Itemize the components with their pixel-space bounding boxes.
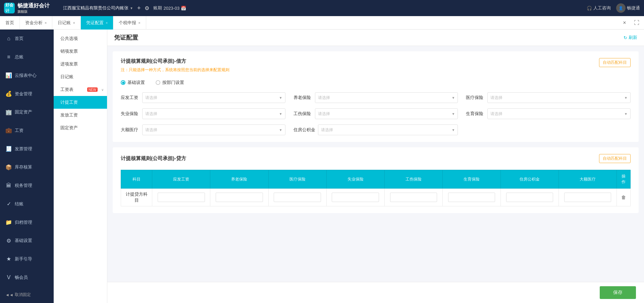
sidebar-item-fund-mgmt[interactable]: 💰 资金管理 — [0, 85, 54, 103]
inventory-icon: 📦 — [5, 164, 12, 170]
pension-input[interactable] — [216, 193, 263, 202]
th-housing-fund: 住房公积金 — [500, 170, 558, 189]
tab-journal[interactable]: 日记账 × — [52, 16, 80, 30]
tab-expand-btn[interactable]: ⛶ — [632, 18, 641, 28]
credit-auto-match-button[interactable]: 自动匹配科目 — [599, 154, 631, 163]
sidebar-item-archive[interactable]: 📁 归档管理 — [0, 213, 54, 232]
delete-row-button[interactable]: 🗑 — [621, 195, 626, 200]
injury-select[interactable]: 请选择 ▼ — [315, 108, 458, 119]
th-operation: 操作 — [617, 170, 631, 189]
medical-select[interactable]: 请选择 ▼ — [487, 92, 631, 103]
sidebar-item-vip-label: 畅会员 — [15, 274, 28, 281]
maternity-input[interactable] — [448, 193, 495, 202]
calendar-icon[interactable]: 📅 — [181, 6, 186, 11]
debit-form-grid: 应发工资 请选择 ▼ 养老保险 请选择 ▼ 医疗 — [121, 92, 631, 135]
maternity-arrow-icon: ▼ — [624, 112, 628, 116]
sidebar-item-settlement[interactable]: ✓ 结账 — [0, 195, 54, 213]
tab-voucher-config-label: 凭证配置 — [86, 20, 104, 26]
sidebar-item-fixed-assets[interactable]: 🏢 固定资产 — [0, 103, 54, 121]
radio-dept-circle — [156, 80, 160, 85]
th-large-medical: 大额医疗 — [559, 170, 617, 189]
gross-salary-select[interactable]: 请选择 ▼ — [142, 92, 285, 103]
sidebar-item-reports[interactable]: 📊 云报表中心 — [0, 66, 54, 85]
sidebar-item-payroll[interactable]: 💼 工资 — [0, 121, 54, 140]
sub-nav-accrual-payroll[interactable]: 计提工资 — [54, 96, 107, 109]
cancel-fixed-arrow-icon: ◄◄ — [5, 293, 13, 297]
sub-nav: 公共选项 销项发票 进项发票 日记账 工资表 NEW ∨ 计提工资 发放工资 固… — [54, 30, 107, 303]
housing-fund-select[interactable]: 请选择 ▼ — [318, 124, 458, 135]
service-button[interactable]: 🎧 人工咨询 — [587, 5, 611, 11]
sub-nav-release-payroll[interactable]: 发放工资 — [54, 109, 107, 121]
tab-journal-close[interactable]: × — [73, 21, 75, 25]
housing-fund-input[interactable] — [506, 193, 553, 202]
sub-nav-sales-invoice[interactable]: 销项发票 — [54, 45, 107, 58]
sub-nav-fixed-assets[interactable]: 固定资产 — [54, 121, 107, 134]
sidebar-item-fund-label: 资金管理 — [15, 91, 32, 97]
tab-tax-report[interactable]: 个税申报 × — [113, 16, 146, 30]
invoice-icon: 🧾 — [5, 146, 12, 152]
tab-voucher-config-close[interactable]: × — [106, 21, 108, 25]
sidebar-item-tax-mgmt[interactable]: 🏛 税务管理 — [0, 176, 54, 195]
radio-dept-settings[interactable]: 按部门设置 — [156, 80, 184, 86]
sub-nav-expand-icon: ∨ — [101, 88, 104, 92]
large-medical-select[interactable]: 请选择 ▼ — [142, 124, 285, 135]
radio-basic-label: 基础设置 — [127, 80, 145, 86]
sidebar-item-vip[interactable]: V 畅会员 — [0, 268, 54, 287]
sidebar-item-inventory[interactable]: 📦 库存核算 — [0, 158, 54, 176]
td-injury-input — [384, 189, 442, 206]
gross-salary-placeholder: 请选择 — [145, 95, 157, 101]
app-logo-icon: 好会计 — [4, 3, 15, 13]
save-button[interactable]: 保存 — [600, 286, 636, 299]
add-account-icon[interactable]: + — [137, 5, 141, 12]
refresh-button[interactable]: ↻ 刷新 — [624, 35, 637, 41]
sub-nav-purchase-invoice[interactable]: 进项发票 — [54, 58, 107, 70]
tab-fund-analysis[interactable]: 资金分析 × — [20, 16, 52, 30]
tab-close-btn[interactable]: × — [620, 18, 629, 28]
unemployment-select[interactable]: 请选择 ▼ — [142, 108, 285, 119]
sub-nav-payroll-table[interactable]: 工资表 NEW ∨ — [54, 83, 107, 96]
home-icon: ⌂ — [5, 35, 12, 42]
sub-nav-public-options[interactable]: 公共选项 — [54, 32, 107, 45]
app-version: 旗舰版 — [17, 9, 50, 14]
tab-home[interactable]: 首页 — [0, 16, 20, 30]
th-pension: 养老保险 — [210, 170, 268, 189]
company-dropdown-icon: ▼ — [130, 6, 133, 10]
company-selector[interactable]: 江西服宝精品有限责任公司内账张 ▼ — [63, 5, 133, 11]
medical-arrow-icon: ▼ — [624, 96, 628, 100]
sub-nav-journal[interactable]: 日记账 — [54, 70, 107, 83]
content-scroll: 计提核算规则(公司承担)-借方 注：只能选择一种方式，系统将按照您当前的选择来配… — [107, 46, 644, 282]
sidebar-item-home[interactable]: ⌂ 首页 — [0, 30, 54, 48]
radio-dept-label: 按部门设置 — [162, 80, 184, 86]
tab-fund-analysis-close[interactable]: × — [45, 21, 47, 25]
logo-text: 畅捷通好会计 旗舰版 — [17, 2, 50, 14]
unemployment-input[interactable] — [332, 193, 379, 202]
td-housing-fund-input — [500, 189, 558, 206]
user-area[interactable]: 👤 畅捷通 — [616, 3, 640, 13]
debit-auto-match-button[interactable]: 自动匹配科目 — [599, 58, 631, 67]
sidebar-item-invoice-mgmt[interactable]: 🧾 发票管理 — [0, 140, 54, 158]
sidebar-item-general-ledger-label: 总账 — [15, 54, 23, 60]
sidebar-item-basic-settings[interactable]: ⚙ 基础设置 — [0, 232, 54, 250]
settings-icon[interactable]: ⚙ — [145, 5, 149, 11]
fund-icon: 💰 — [5, 91, 12, 97]
tab-tax-report-close[interactable]: × — [138, 21, 140, 25]
unemployment-label: 失业保险 — [121, 111, 140, 117]
tax-icon: 🏛 — [5, 182, 12, 189]
radio-basic-settings[interactable]: 基础设置 — [121, 80, 145, 86]
medical-input[interactable] — [274, 193, 321, 202]
sub-nav-fixed-assets-label: 固定资产 — [60, 125, 78, 130]
gross-salary-input[interactable] — [158, 193, 205, 202]
pension-select[interactable]: 请选择 ▼ — [315, 92, 458, 103]
sidebar-item-general-ledger[interactable]: ≡ 总账 — [0, 48, 54, 66]
injury-input[interactable] — [390, 193, 437, 202]
td-large-medical-input — [559, 189, 617, 206]
pension-arrow-icon: ▼ — [451, 96, 455, 100]
maternity-select[interactable]: 请选择 ▼ — [487, 108, 631, 119]
large-medical-input[interactable] — [564, 193, 611, 202]
radio-basic-circle — [121, 80, 125, 85]
sidebar-item-guide[interactable]: ★ 新手引导 — [0, 250, 54, 268]
tab-voucher-config[interactable]: 凭证配置 × — [81, 16, 113, 30]
medical-placeholder: 请选择 — [490, 95, 502, 101]
cancel-fixed-btn[interactable]: ◄◄ 取消固定 — [0, 289, 54, 300]
pension-placeholder: 请选择 — [318, 95, 330, 101]
